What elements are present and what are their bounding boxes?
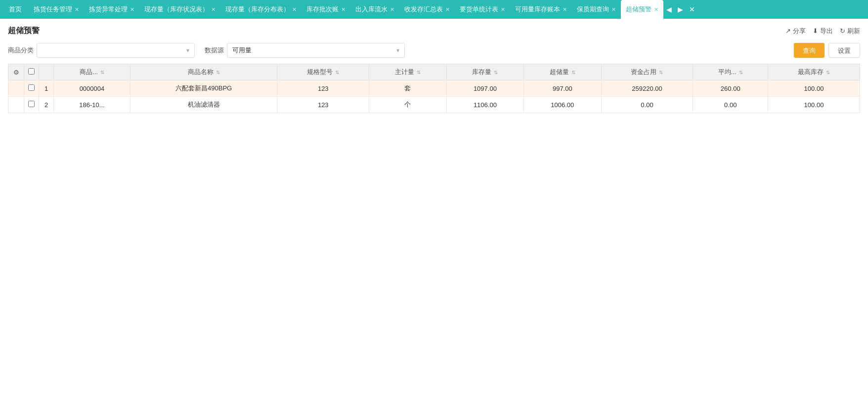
query-button[interactable]: 查询: [794, 43, 825, 58]
data-source-label: 数据源: [205, 46, 224, 55]
close-tab-9-icon[interactable]: ✕: [611, 6, 616, 13]
close-tab-3-icon[interactable]: ✕: [292, 6, 297, 13]
row-product-name: 机油滤清器: [130, 97, 277, 113]
tab-yaohuo-tongji[interactable]: 要货单统计表 ✕: [455, 0, 510, 19]
th-max-stock-label: 最高库存: [798, 68, 824, 77]
gear-icon: ⚙: [13, 69, 19, 76]
share-button[interactable]: ↗ 分享: [785, 27, 806, 36]
sort-icon-avg: ⇅: [739, 70, 743, 75]
topbar: 首页 拣货任务管理 ✕ 拣货异常处理 ✕ 现存量（库存状况表） ✕ 现存量（库存…: [0, 0, 868, 19]
product-category-group: 商品分类 ▾: [8, 43, 195, 58]
sort-icon-spec: ⇅: [335, 70, 339, 75]
th-spec[interactable]: 规格型号 ⇅: [277, 64, 369, 80]
tab-kucun-pici[interactable]: 库存批次账 ✕: [302, 0, 350, 19]
th-checkbox: [24, 64, 39, 80]
row-checkbox-cell: [24, 80, 39, 97]
row-avg: 0.00: [693, 97, 768, 113]
row-spec: 123: [277, 97, 369, 113]
table-header-row: ⚙ 商品... ⇅ 商品名称 ⇅: [8, 64, 860, 80]
th-capital[interactable]: 资金占用 ⇅: [601, 64, 693, 80]
close-tab-1-icon[interactable]: ✕: [130, 6, 134, 13]
th-max-stock[interactable]: 最高库存 ⇅: [768, 64, 860, 80]
tab-chaochuyujing[interactable]: 超储预警 ✕: [621, 0, 663, 19]
close-tab-8-icon[interactable]: ✕: [563, 6, 567, 13]
th-overstock-label: 超储量: [550, 68, 569, 77]
row-settings-cell: [8, 97, 24, 113]
th-spec-label: 规格型号: [307, 68, 333, 77]
sort-icon-product-code: ⇅: [100, 70, 104, 75]
close-tab-5-icon[interactable]: ✕: [390, 6, 394, 13]
export-button[interactable]: ⬇ 导出: [813, 27, 833, 36]
close-tab-2-icon[interactable]: ✕: [211, 6, 216, 13]
row-num: 2: [39, 97, 54, 113]
th-product-code[interactable]: 商品... ⇅: [54, 64, 130, 80]
row-settings-cell: [8, 80, 24, 97]
row-checkbox-0[interactable]: [28, 84, 35, 91]
tab-jianghuo-yichang[interactable]: 拣货异常处理 ✕: [84, 0, 139, 19]
refresh-button[interactable]: ↻ 刷新: [840, 27, 860, 36]
data-source-value: 可用量: [232, 46, 252, 55]
row-capital: 0.00: [601, 97, 693, 113]
data-source-select[interactable]: 可用量 ▾: [227, 43, 405, 58]
tab-churu-liushui[interactable]: 出入库流水 ✕: [350, 0, 399, 19]
sort-icon-product-name: ⇅: [216, 70, 220, 75]
filter-actions: 查询 设置: [794, 43, 860, 58]
tab-xiancunliang-fenbiao[interactable]: 现存量（库存分布表） ✕: [220, 0, 302, 19]
row-product-code: 186-10...: [54, 97, 130, 113]
table-row: 2 186-10... 机油滤清器 123 个 1106.00 1006.00 …: [8, 97, 860, 113]
row-num: 1: [39, 80, 54, 97]
nav-close-icon[interactable]: ✕: [686, 5, 698, 13]
tab-shofacun-huizong[interactable]: 收发存汇总表 ✕: [399, 0, 455, 19]
row-capital: 259220.00: [601, 80, 693, 97]
data-table: ⚙ 商品... ⇅ 商品名称 ⇅: [8, 64, 860, 113]
product-category-select[interactable]: ▾: [37, 43, 195, 58]
th-unit[interactable]: 主计量 ⇅: [369, 64, 446, 80]
page-header: 超储预警 ↗ 分享 ⬇ 导出 ↻ 刷新: [8, 26, 860, 36]
tab-jianghuo-renwu[interactable]: 拣货任务管理 ✕: [29, 0, 84, 19]
row-product-code: 0000004: [54, 80, 130, 97]
share-icon: ↗: [785, 27, 791, 35]
tab-baozhi-chaxun[interactable]: 保质期查询 ✕: [572, 0, 621, 19]
row-max-stock: 100.00: [768, 80, 860, 97]
th-stock[interactable]: 库存量 ⇅: [446, 64, 523, 80]
row-stock: 1106.00: [446, 97, 523, 113]
th-product-name[interactable]: 商品名称 ⇅: [130, 64, 277, 80]
row-avg: 260.00: [693, 80, 768, 97]
page-content: 超储预警 ↗ 分享 ⬇ 导出 ↻ 刷新 商品分类 ▾ 数据源: [0, 19, 868, 395]
close-tab-6-icon[interactable]: ✕: [445, 6, 450, 13]
tab-xiancunliang-zhuangkuang[interactable]: 现存量（库存状况表） ✕: [139, 0, 220, 19]
share-label: 分享: [793, 27, 806, 36]
th-avg-label: 平均...: [718, 68, 737, 77]
th-overstock[interactable]: 超储量 ⇅: [524, 64, 601, 80]
close-tab-0-icon[interactable]: ✕: [75, 6, 79, 13]
close-tab-7-icon[interactable]: ✕: [501, 6, 505, 13]
refresh-icon: ↻: [840, 27, 845, 35]
row-stock: 1097.00: [446, 80, 523, 97]
row-overstock: 1006.00: [524, 97, 601, 113]
tab-keyongliang-zhangben[interactable]: 可用量库存账本 ✕: [510, 0, 572, 19]
nav-left-icon[interactable]: ◀: [663, 5, 675, 13]
row-checkbox-1[interactable]: [28, 101, 35, 107]
row-checkbox-cell: [24, 97, 39, 113]
header-actions: ↗ 分享 ⬇ 导出 ↻ 刷新: [785, 27, 860, 36]
th-product-name-label: 商品名称: [188, 68, 214, 77]
settings-button[interactable]: 设置: [828, 43, 860, 58]
th-avg[interactable]: 平均... ⇅: [693, 64, 768, 80]
close-tab-10-icon[interactable]: ✕: [654, 6, 658, 13]
row-spec: 123: [277, 80, 369, 97]
chevron-down-icon-2: ▾: [396, 47, 399, 54]
export-label: 导出: [820, 27, 833, 36]
home-tab[interactable]: 首页: [2, 5, 29, 14]
close-tab-4-icon[interactable]: ✕: [341, 6, 346, 13]
th-stock-label: 库存量: [472, 68, 491, 77]
th-capital-label: 资金占用: [631, 68, 656, 77]
nav-right-icon[interactable]: ▶: [675, 5, 686, 13]
refresh-label: 刷新: [847, 27, 860, 36]
data-source-group: 数据源 可用量 ▾: [205, 43, 405, 58]
th-product-code-label: 商品...: [80, 68, 98, 77]
row-unit: 套: [369, 80, 446, 97]
th-settings[interactable]: ⚙: [8, 64, 24, 80]
sort-icon-unit: ⇅: [417, 70, 421, 75]
select-all-checkbox[interactable]: [28, 68, 35, 75]
row-max-stock: 100.00: [768, 97, 860, 113]
